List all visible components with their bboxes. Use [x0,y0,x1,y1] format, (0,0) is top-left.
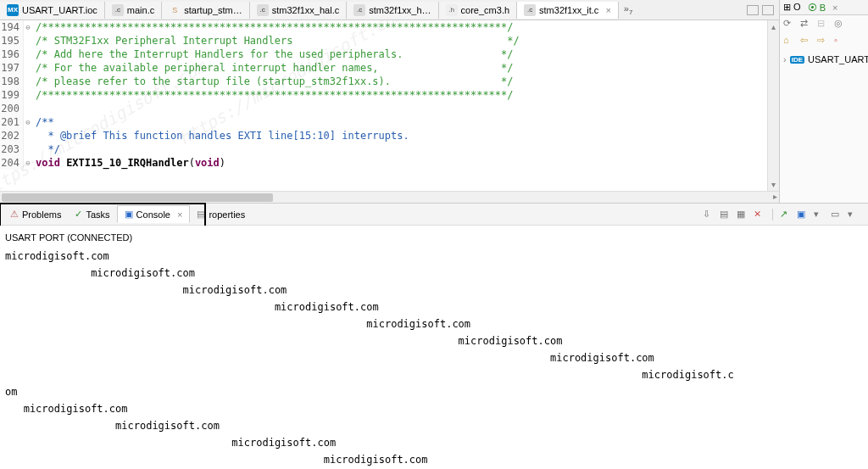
refresh-icon[interactable]: ⟳ [783,18,795,30]
fold-marker-icon[interactable]: ⊖ [24,20,32,34]
console-view[interactable]: USART PORT (CONNECTED) microdigisoft.com… [0,226,868,469]
tab-label: stm32f1xx_hal.c [272,5,339,15]
terminal-icon[interactable]: ▣ [797,209,809,221]
editor-tab-1[interactable]: .cmain.c [105,2,162,19]
collapse-icon[interactable]: ⊟ [817,18,829,30]
console-toolbar: ⇩▤▦⨯↗▣▾▭▾ [703,209,865,221]
close-icon[interactable]: × [177,209,182,220]
back-icon[interactable]: ⇦ [800,35,812,47]
tree-root-item[interactable]: › IDE USART_UART [783,53,865,66]
focus-icon[interactable]: ◎ [834,18,846,30]
code-line[interactable]: 201⊖/** [0,115,767,129]
export-icon[interactable]: ↗ [780,209,792,221]
line-number: 194 [0,20,24,34]
code-line[interactable]: 204⊖void EXTI15_10_IRQHandler(void) [0,156,767,170]
fold-marker-icon[interactable]: ⊖ [24,115,32,129]
tab-label: stm32f1xx_it.c [539,5,598,15]
bottom-tab-label: Console [136,209,170,220]
scroll-up-icon[interactable]: ▴ [771,20,776,33]
new-console-icon[interactable]: ▭ [831,209,843,221]
vertical-scrollbar[interactable]: ▴ ▾ [767,20,779,191]
code-text: /***************************************… [32,88,514,102]
line-number: 196 [0,47,24,61]
code-line[interactable]: 194⊖/***********************************… [0,20,767,34]
home-icon[interactable]: ⌂ [783,35,795,47]
fold-marker-icon [24,129,32,142]
scroll-right-icon[interactable]: ▸ [773,192,777,201]
horizontal-scrollbar[interactable]: ▸ [0,191,779,203]
fold-marker-icon [24,75,32,88]
roperties-icon: ▤ [197,209,205,220]
console-icon: ▣ [125,209,133,220]
chevron-right-icon: › [783,54,787,64]
editor-tab-4[interactable]: .cstm32f1xx_h… [347,2,438,19]
tab-overflow-button[interactable]: »7 [619,1,638,19]
bottom-tab-label: Tasks [86,209,109,220]
tab-label: startup_stm… [184,5,242,15]
code-line[interactable]: 198/* please refer to the startup file (… [0,75,767,88]
line-number: 197 [0,61,24,75]
line-number: 203 [0,142,24,156]
pin-icon[interactable]: ⇩ [703,209,715,221]
code-line[interactable]: 203 */ [0,142,767,156]
bottom-tab-label: roperties [209,209,245,220]
close-icon[interactable]: × [605,5,610,15]
editor-tab-0[interactable]: MXUSART_UART.ioc [0,2,105,19]
h-icon: .h [446,4,458,16]
code-line[interactable]: 196/* Add here the Interrupt Handlers fo… [0,47,767,61]
code-text: /* For the available peripheral interrup… [32,61,514,75]
c-icon: .c [524,4,536,16]
problems-icon: ⚠ [10,209,19,220]
code-line[interactable]: 197/* For the available peripheral inter… [0,61,767,75]
maximize-icon[interactable] [762,5,774,15]
code-line[interactable]: 199/************************************… [0,88,767,102]
stop-icon[interactable]: ◦ [834,35,846,47]
fold-marker-icon[interactable]: ⊖ [24,156,32,170]
tree-root-label: USART_UART [808,54,868,64]
bottom-tab-console[interactable]: ▣Console× [117,205,191,223]
editor-tab-6[interactable]: .cstm32f1xx_it.c× [517,2,619,19]
dropdown-icon[interactable]: ▾ [814,209,826,221]
code-text: /* STM32F1xx Peripheral Interrupt Handle… [32,34,520,47]
disconnect-icon[interactable]: ⨯ [754,209,765,221]
editor-tab-5[interactable]: .hcore_cm3.h [439,2,517,19]
code-line[interactable]: 200 [0,102,767,115]
editor-tab-3[interactable]: .cstm32f1xx_hal.c [250,2,347,19]
bottom-tab-tasks[interactable]: ✓Tasks [68,206,116,222]
minimize-icon[interactable] [747,5,759,15]
editor-window-controls [742,3,779,17]
editor-tab-2[interactable]: Sstartup_stm… [162,2,249,19]
code-text: /** [32,115,54,129]
outline-panel: ⊞ O ⦿ B × ⟳ ⇄ ⊟ ◎ ⌂ ⇦ ⇨ ◦ › IDE USART_UA… [779,0,868,203]
open-console-icon[interactable]: ▤ [720,209,732,221]
display-icon[interactable]: ▦ [737,209,748,221]
code-line[interactable]: 202 * @brief This function handles EXTI … [0,129,767,142]
ide-icon: IDE [790,56,804,64]
code-line[interactable]: 195/* STM32F1xx Peripheral Interrupt Han… [0,34,767,47]
code-editor[interactable]: https://microdigisoft.com 2023/3/22 12:5… [0,20,767,191]
outline-tab[interactable]: ⊞ O [783,2,801,13]
forward-icon[interactable]: ⇨ [817,35,829,47]
tasks-icon: ✓ [75,209,82,220]
close-icon[interactable]: × [832,3,837,13]
line-number: 202 [0,129,24,142]
hscroll-thumb[interactable] [2,193,273,202]
build-tab[interactable]: ⦿ B [808,3,826,13]
line-number: 201 [0,115,24,129]
scroll-down-icon[interactable]: ▾ [771,178,776,191]
code-text: /* please refer to the startup file (sta… [32,75,514,88]
mx-icon: MX [7,4,19,16]
tab-label: USART_UART.ioc [22,5,97,15]
project-tree[interactable]: › IDE USART_UART [780,49,868,70]
bottom-tab-roperties[interactable]: ▤roperties [190,206,252,222]
code-text: /* Add here the Interrupt Handlers for t… [32,47,514,61]
dropdown2-icon[interactable]: ▾ [848,209,860,221]
code-text: */ [32,142,60,156]
bottom-tab-label: Problems [22,209,61,220]
bottom-tab-bar: ⚠Problems✓Tasks▣Console×▤roperties⇩▤▦⨯↗▣… [0,204,868,226]
c-icon: .c [353,4,365,16]
bottom-tab-problems[interactable]: ⚠Problems [3,206,68,222]
link-icon[interactable]: ⇄ [800,18,812,30]
code-text: * @brief This function handles EXTI line… [32,129,409,142]
line-number: 199 [0,88,24,102]
